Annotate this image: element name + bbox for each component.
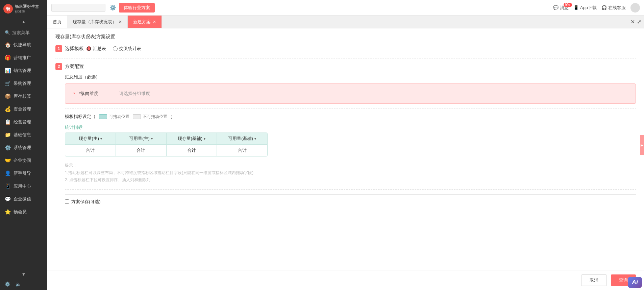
legend-fixed-label: 不可拖动位置	[143, 114, 167, 120]
sidebar-footer: ⚙️ 🔈	[0, 278, 47, 290]
step1-section: 1 选择模板 汇总表 交叉统计表	[55, 45, 636, 52]
chat-icon: 💬	[5, 196, 11, 202]
mobile-icon: 📱	[5, 183, 11, 189]
radio-cross-input[interactable]	[113, 46, 118, 51]
legend-draggable-label: 可拖动位置	[109, 114, 129, 120]
app-download-btn[interactable]: 📱 App下载	[573, 5, 597, 11]
tab-inventory-close[interactable]: ✕	[119, 20, 122, 24]
chevron-down-icon-3[interactable]: ▾	[254, 137, 256, 141]
message-badge: 99+	[564, 3, 572, 7]
step2-body: 汇总维度（必选） * *纵向维度 —— 请选择分组维度 模板指标设定（ 可拖动位…	[55, 74, 636, 205]
sidebar-item-label: 营销推广	[14, 55, 31, 61]
radio-cross[interactable]: 交叉统计表	[113, 46, 141, 52]
save-checkbox[interactable]	[65, 199, 69, 204]
tab-home-label: 首页	[53, 19, 61, 25]
tip-0: 1.拖动标题栏可以调整布局，不可跨维度或指标区域拖动栏目字段(只能在同一维度或指…	[65, 169, 636, 177]
topbar-gear-icon[interactable]: ⚙️	[109, 4, 116, 11]
user-icon: 👤	[5, 170, 11, 176]
topbar-search-input[interactable]	[51, 4, 105, 12]
chart-icon: 📊	[5, 68, 11, 74]
stats-col-1[interactable]: 可用量(主) ▾	[116, 133, 167, 144]
tab-new-scheme-close[interactable]: ✕	[153, 20, 156, 24]
sidebar-item-finance[interactable]: 💰 资金管理	[0, 103, 47, 116]
dimension-box: * *纵向维度 —— 请选择分组维度	[65, 83, 636, 104]
legend-suffix: ）	[171, 114, 175, 120]
cancel-button[interactable]: 取消	[581, 274, 607, 286]
message-btn[interactable]: 💬 消息 99+	[553, 5, 569, 11]
sidebar-item-quick-nav[interactable]: 🏠 快捷导航	[0, 39, 47, 51]
folder-icon: 📁	[5, 132, 11, 138]
sidebar-item-inventory[interactable]: 📦 库存核算	[0, 90, 47, 103]
search-label: 搜索菜单	[12, 30, 30, 36]
sidebar-item-guide[interactable]: 👤 新手引导	[0, 167, 47, 180]
legend-fixed: 不可拖动位置	[133, 114, 167, 120]
home-icon: 🏠	[5, 42, 11, 48]
chevron-down-icon-2[interactable]: ▾	[204, 137, 205, 141]
section-divider-3	[65, 189, 636, 190]
sidebar-item-member[interactable]: ⭐ 畅会员	[0, 206, 47, 218]
stats-cell-1: 合计	[116, 144, 167, 156]
tab-new-scheme[interactable]: 新建方案 ✕	[128, 16, 162, 28]
cart-icon: 🛒	[5, 80, 11, 87]
settings-icon[interactable]: ⚙️	[5, 282, 10, 287]
sidebar-item-wechat[interactable]: 💬 企业微信	[0, 193, 47, 206]
legend-draggable-box	[99, 114, 107, 119]
sidebar-item-sales[interactable]: 📊 销售管理	[0, 64, 47, 77]
gift-icon: 🎁	[5, 55, 11, 61]
sidebar-item-label: 畅会员	[14, 209, 27, 215]
step2-header: 2 方案配置	[55, 63, 636, 70]
stats-table: 现存量(主) ▾ 可用量(主) ▾ 现存量(基辅) ▾	[65, 132, 268, 156]
sidebar-logo: 畅 畅康通好生意 标准版	[0, 0, 47, 18]
tab-inventory-status[interactable]: 现存量（库存状况表） ✕	[67, 16, 128, 28]
trial-button[interactable]: 体验行业方案	[119, 3, 155, 13]
tab-expand-icon[interactable]: ⤢	[637, 19, 641, 25]
legend-fixed-box	[133, 114, 141, 119]
dimension-placeholder: 请选择分组维度	[119, 91, 150, 97]
tab-close-all-icon[interactable]: ✕	[630, 19, 635, 25]
scroll-down-btn[interactable]: ▼	[0, 270, 47, 278]
sidebar-item-purchase[interactable]: 🛒 采购管理	[0, 77, 47, 90]
radio-summary[interactable]: 汇总表	[86, 46, 106, 52]
step1-label: 选择模板	[65, 46, 84, 52]
tab-home[interactable]: 首页	[47, 16, 67, 28]
step1-number: 1	[55, 45, 62, 52]
sidebar-search[interactable]: 🔍 搜索菜单	[0, 27, 47, 39]
right-edge-handle[interactable]: ▶	[640, 135, 644, 155]
ai-badge[interactable]: Ai	[628, 277, 642, 288]
stats-col-0-label: 现存量(主)	[79, 136, 99, 142]
money-icon: 💰	[5, 106, 11, 112]
scroll-up-btn[interactable]: ▲	[0, 18, 47, 26]
footer-bar: 取消 查询	[47, 270, 644, 290]
sidebar-item-cooperation[interactable]: 🤝 企业协同	[0, 154, 47, 167]
stats-col-0[interactable]: 现存量(主) ▾	[65, 133, 116, 144]
topbar: ⚙️ 体验行业方案 💬 消息 99+ 📱 App下载 🎧 在线客服	[47, 0, 644, 16]
sidebar-item-label: 新手引导	[14, 170, 31, 176]
sidebar-item-label: 库存核算	[14, 93, 31, 99]
chevron-down-icon-0[interactable]: ▾	[100, 137, 102, 141]
stats-col-2[interactable]: 现存量(基辅) ▾	[167, 133, 217, 144]
stats-col-3[interactable]: 可用量(基辅) ▾	[217, 133, 267, 144]
sidebar-item-system[interactable]: ⚙️ 系统管理	[0, 141, 47, 154]
chevron-down-icon-1[interactable]: ▾	[151, 137, 153, 141]
sidebar-item-label: 系统管理	[14, 145, 31, 151]
sidebar-item-operations[interactable]: 📋 经营管理	[0, 116, 47, 128]
stats-table-body: 合计 合计 合计 合计	[65, 144, 267, 156]
tabs-bar: 首页 现存量（库存状况表） ✕ 新建方案 ✕ ✕ ⤢	[47, 16, 644, 28]
stats-col-2-label: 现存量(基辅)	[178, 136, 203, 142]
box-icon: 📦	[5, 93, 11, 99]
sidebar-item-basic-info[interactable]: 📁 基础信息	[0, 128, 47, 141]
download-icon: 📱	[573, 5, 579, 10]
sidebar-item-label: 经营管理	[14, 119, 31, 125]
stats-col-3-label: 可用量(基辅)	[228, 136, 253, 142]
sidebar-item-label: 企业协同	[14, 158, 31, 164]
summary-dimension-label: 汇总维度（必选）	[65, 74, 636, 80]
user-avatar[interactable]	[630, 3, 640, 13]
sidebar-item-marketing[interactable]: 🎁 营销推广	[0, 51, 47, 64]
sidebar-item-app-center[interactable]: 📱 应用中心	[0, 180, 47, 193]
save-label: 方案保存(可选)	[71, 199, 101, 205]
sound-icon[interactable]: 🔈	[16, 282, 21, 287]
online-service-btn[interactable]: 🎧 在线客服	[601, 5, 626, 11]
radio-summary-input[interactable]	[86, 46, 91, 51]
template-settings-label: 模板指标设定（ 可拖动位置 不可拖动位置 ）	[65, 114, 636, 120]
sidebar-nav: 🔍 搜索菜单 🏠 快捷导航 🎁 营销推广 📊 销售管理 🛒 采购管理 📦 库存核…	[0, 26, 47, 270]
